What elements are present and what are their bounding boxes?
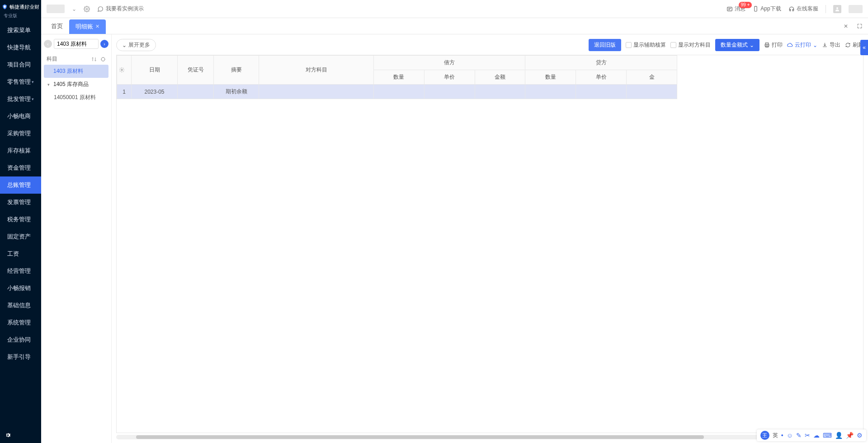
ime-lang[interactable]: 英 xyxy=(773,432,778,439)
sidebar-item[interactable]: 系统管理 xyxy=(0,314,41,331)
tree-search-row: ‹ › xyxy=(44,39,108,49)
chevron-down-icon[interactable]: ⌄ xyxy=(69,6,79,12)
topbar-app-download[interactable]: App下载 xyxy=(753,5,781,13)
tree-item[interactable]: 14050001 原材料 xyxy=(44,91,108,104)
ime-edit-icon[interactable]: ✎ xyxy=(796,432,802,439)
sidebar-item[interactable]: 库存核算 xyxy=(0,142,41,159)
next-account-button[interactable]: › xyxy=(100,40,108,48)
org-settings-icon[interactable] xyxy=(84,6,90,12)
tab-detail-ledger[interactable]: 明细账 ✕ xyxy=(69,19,106,34)
sidebar-item[interactable]: 发票管理 xyxy=(0,194,41,211)
table-cell: 期初余额 xyxy=(214,85,259,99)
topbar-service[interactable]: 在线客服 xyxy=(788,5,818,13)
ime-toolbar: 王 英 • ☺ ✎ ✂ ☁ ⌨ 👤 📌 ⚙ xyxy=(757,429,866,441)
tab-close-all-icon[interactable]: ✕ xyxy=(841,21,851,31)
tree-sort-icon[interactable] xyxy=(91,57,97,62)
sidebar-item-label: 快捷导航 xyxy=(7,43,31,52)
ime-user-icon[interactable]: 👤 xyxy=(835,432,843,439)
brand-edition: 专业版 xyxy=(0,13,41,19)
scrollbar-thumb[interactable] xyxy=(136,435,704,439)
sidebar-item[interactable]: 批发管理▾ xyxy=(0,91,41,108)
tree-locate-icon[interactable] xyxy=(100,57,106,62)
sidebar-item[interactable]: 总账管理 xyxy=(0,176,41,194)
sidebar-item[interactable]: 新手引导 xyxy=(0,348,41,366)
table-cell xyxy=(424,85,475,99)
print-button[interactable]: 打印 xyxy=(764,41,783,49)
account-search-input[interactable] xyxy=(54,39,99,49)
tree-toggle-icon[interactable]: ▾ xyxy=(47,82,52,87)
account-tree-panel: ‹ › 科目 1403 原材料▾1405 库存商品14050001 原材料 xyxy=(41,34,112,443)
show-aux-checkbox[interactable]: 显示辅助核算 xyxy=(626,41,666,49)
ime-keyboard-icon[interactable]: ⌨ xyxy=(823,432,832,439)
th-debit-amt: 金额 xyxy=(475,70,525,85)
ime-scissors-icon[interactable]: ✂ xyxy=(805,432,810,439)
ime-settings-icon[interactable]: ⚙ xyxy=(857,432,863,439)
demo-link[interactable]: 我要看实例演示 xyxy=(97,5,144,13)
th-credit: 贷方 xyxy=(525,56,677,70)
sidebar-item[interactable]: 固定资产 xyxy=(0,228,41,245)
avatar-icon[interactable] xyxy=(833,5,841,13)
ime-cloud-icon[interactable]: ☁ xyxy=(813,432,820,439)
sidebar-item[interactable]: 小畅报销 xyxy=(0,280,41,297)
chevron-down-icon: ⌄ xyxy=(813,42,817,48)
tree-item[interactable]: 1403 原材料 xyxy=(44,65,108,78)
table-settings-header[interactable] xyxy=(117,56,132,85)
sidebar-item-label: 系统管理 xyxy=(7,319,31,327)
message-badge: 99 + xyxy=(739,2,752,8)
fullscreen-icon[interactable] xyxy=(854,21,864,31)
th-voucher: 凭证号 xyxy=(178,56,214,85)
sidebar-item[interactable]: 搜索菜单 xyxy=(0,22,41,39)
table-cell xyxy=(576,85,627,99)
sidebar-item[interactable]: 基础信息 xyxy=(0,297,41,314)
th-date: 日期 xyxy=(132,56,178,85)
th-credit-qty: 数量 xyxy=(525,70,576,85)
cloud-print-label: 云打印 xyxy=(795,41,811,49)
sidebar-item[interactable]: 经营管理 xyxy=(0,262,41,280)
show-aux-label: 显示辅助核算 xyxy=(633,41,666,49)
qty-mode-dropdown[interactable]: 数量金额式 ⌄ xyxy=(715,39,760,51)
close-icon[interactable]: ✕ xyxy=(95,24,99,29)
topbar-message[interactable]: 消息 99 + xyxy=(726,5,745,13)
table-cell xyxy=(374,85,425,99)
ime-badge[interactable]: 王 xyxy=(760,431,769,440)
ime-smile-icon[interactable]: ☺ xyxy=(787,432,793,439)
demo-link-label: 我要看实例演示 xyxy=(106,5,144,13)
sidebar-item[interactable]: 零售管理▾ xyxy=(0,73,41,91)
horizontal-scrollbar[interactable] xyxy=(116,435,863,439)
sidebar-item[interactable]: 小畅电商 xyxy=(0,108,41,125)
cloud-print-button[interactable]: 云打印 ⌄ xyxy=(787,41,817,49)
sidebar-item[interactable]: 资金管理 xyxy=(0,159,41,176)
sidebar-item-label: 基础信息 xyxy=(7,301,31,310)
sidebar-item[interactable]: 项目合同 xyxy=(0,56,41,73)
collapse-panel-handle[interactable]: « xyxy=(860,40,868,55)
sidebar-item-label: 固定资产 xyxy=(7,233,31,241)
topbar: ⌄ 我要看实例演示 消息 99 + App下载 xyxy=(41,0,868,18)
brand-icon xyxy=(2,3,8,11)
expand-more-button[interactable]: ⌄ 展开更多 xyxy=(116,39,156,51)
ime-pin-icon[interactable]: 📌 xyxy=(846,432,854,439)
return-old-button[interactable]: 退回旧版 xyxy=(589,39,621,51)
org-selector[interactable] xyxy=(47,5,65,13)
tab-active-label: 明细账 xyxy=(75,23,93,31)
toolbar: ⌄ 展开更多 退回旧版 显示辅助核算 显示对方科目 xyxy=(116,39,863,51)
sidebar-item-label: 经营管理 xyxy=(7,267,31,275)
sidebar-item[interactable]: 快捷导航 xyxy=(0,39,41,56)
sidebar-item-label: 批发管理 xyxy=(7,95,31,103)
qty-mode-label: 数量金额式 xyxy=(721,41,748,49)
export-button[interactable]: 导出 xyxy=(822,41,840,49)
tree-item[interactable]: ▾1405 库存商品 xyxy=(44,78,108,91)
sidebar-item[interactable]: 企业协同 xyxy=(0,331,41,348)
settings-icon[interactable] xyxy=(5,432,37,438)
tab-home[interactable]: 首页 xyxy=(45,18,69,34)
show-opposite-checkbox[interactable]: 显示对方科目 xyxy=(670,41,711,49)
sidebar-item[interactable]: 工资 xyxy=(0,245,41,262)
sidebar-item[interactable]: 税务管理 xyxy=(0,211,41,228)
table-row[interactable]: 12023-05期初余额 xyxy=(117,85,677,99)
svg-point-5 xyxy=(101,57,105,61)
topbar-app-label: App下载 xyxy=(760,5,781,13)
prev-account-button[interactable]: ‹ xyxy=(44,40,52,48)
ime-dot-icon[interactable]: • xyxy=(781,432,783,439)
user-name[interactable] xyxy=(849,5,863,13)
topbar-service-label: 在线客服 xyxy=(797,5,818,13)
sidebar-item[interactable]: 采购管理 xyxy=(0,125,41,142)
